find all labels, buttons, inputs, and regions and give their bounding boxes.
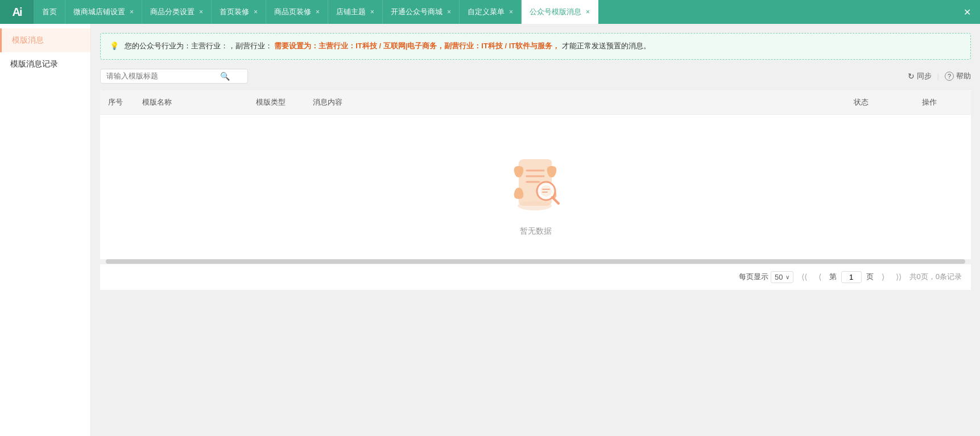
search-input[interactable] — [106, 72, 220, 80]
notice-highlight: 需要设置为：主营行业：IT科技 / 互联网|电子商务，副营行业：IT科技 / I… — [274, 41, 560, 50]
tab-close-template-msg[interactable]: × — [586, 8, 590, 16]
tab-label: 微商城店铺设置 — [73, 7, 125, 17]
col-name: 模版名称 — [134, 90, 248, 115]
tab-close-product-decoration[interactable]: × — [316, 8, 320, 16]
notice-icon: 💡 — [110, 41, 119, 50]
table-body: 暂无数据 — [100, 114, 971, 259]
toolbar-divider: | — [937, 72, 939, 80]
tab-custom-menu[interactable]: 自定义菜单 × — [460, 0, 522, 24]
tab-close-home-decoration[interactable]: × — [254, 8, 258, 16]
table-header-row: 序号 模版名称 模版类型 消息内容 状态 操作 — [100, 90, 971, 115]
pagination-bar: 每页显示 50 ∨ ⟨⟨ ⟨ 第 页 ⟩ ⟩⟩ 共0页，0条记录 — [100, 264, 971, 290]
tab-home-decoration[interactable]: 首页装修 × — [212, 0, 266, 24]
search-bar: 🔍 ↻ 同步 | ? 帮助 — [100, 69, 971, 84]
help-icon: ? — [945, 72, 954, 81]
tab-label: 商品分类设置 — [150, 7, 195, 17]
page-number-input[interactable] — [841, 271, 862, 283]
col-action: 操作 — [914, 90, 971, 115]
tab-label: 首页装修 — [220, 7, 249, 17]
tab-product-decoration[interactable]: 商品页装修 × — [266, 0, 328, 24]
col-status: 状态 — [846, 90, 914, 115]
next-page-button[interactable]: ⟩ — [878, 271, 888, 283]
sidebar-item-label: 模版消息记录 — [10, 59, 58, 68]
tab-close-store-theme[interactable]: × — [370, 8, 374, 16]
logo-tab: Ai — [0, 0, 34, 24]
main-layout: 模版消息 模版消息记录 💡 您的公众号行业为：主营行业：，副营行业： 需要设置为… — [0, 24, 980, 436]
global-close-button[interactable]: ✕ — [954, 7, 980, 18]
page-size-label: 每页显示 — [739, 272, 768, 282]
notice-box: 💡 您的公众号行业为：主营行业：，副营行业： 需要设置为：主营行业：IT科技 /… — [100, 33, 971, 60]
sync-button[interactable]: ↻ 同步 — [908, 71, 932, 81]
tab-open-mall[interactable]: 开通公众号商城 × — [383, 0, 460, 24]
tab-label: 公众号模版消息 — [530, 7, 581, 17]
tab-close-custom-menu[interactable]: × — [509, 8, 513, 16]
empty-illustration — [502, 149, 570, 217]
first-page-button[interactable]: ⟨⟨ — [798, 271, 811, 283]
search-icon[interactable]: 🔍 — [220, 72, 230, 81]
svg-line-6 — [552, 197, 559, 204]
page-size-box[interactable]: 50 ∨ — [771, 271, 793, 283]
prev-page-button[interactable]: ⟨ — [815, 271, 825, 283]
tab-close-open-mall[interactable]: × — [447, 8, 451, 16]
tab-label: 开通公众号商城 — [391, 7, 443, 17]
empty-text: 暂无数据 — [520, 226, 552, 236]
content-area: 💡 您的公众号行业为：主营行业：，副营行业： 需要设置为：主营行业：IT科技 /… — [91, 24, 980, 436]
notice-prefix: 您的公众号行业为：主营行业：，副营行业： — [125, 41, 272, 50]
tab-close-weshop[interactable]: × — [130, 8, 134, 16]
scrollbar-thumb[interactable] — [106, 259, 965, 264]
help-label: 帮助 — [956, 71, 971, 81]
page-label-pre: 第 — [829, 272, 837, 282]
horizontal-scrollbar[interactable] — [100, 259, 971, 264]
empty-state-row: 暂无数据 — [100, 114, 971, 259]
close-icon: ✕ — [964, 7, 971, 17]
sync-icon: ↻ — [908, 72, 915, 81]
tab-label: 店铺主题 — [336, 7, 366, 17]
table-wrap: 序号 模版名称 模版类型 消息内容 状态 操作 — [100, 90, 971, 290]
sidebar: 模版消息 模版消息记录 — [0, 24, 91, 436]
tab-store-theme[interactable]: 店铺主题 × — [328, 0, 383, 24]
col-index: 序号 — [100, 90, 134, 115]
tab-label: 首页 — [42, 7, 57, 17]
tab-weshop-settings[interactable]: 微商城店铺设置 × — [65, 0, 142, 24]
sidebar-item-template-msg[interactable]: 模版消息 — [0, 28, 90, 52]
notice-suffix: 才能正常发送预置的消息。 — [562, 41, 651, 50]
sidebar-item-template-msg-record[interactable]: 模版消息记录 — [0, 52, 90, 76]
help-button[interactable]: ? 帮助 — [945, 71, 971, 81]
svg-point-5 — [540, 185, 552, 197]
last-page-button[interactable]: ⟩⟩ — [892, 271, 905, 283]
logo-text: Ai — [13, 6, 22, 19]
toolbar-right: ↻ 同步 | ? 帮助 — [908, 71, 971, 81]
sync-label: 同步 — [917, 71, 932, 81]
total-info: 共0页，0条记录 — [909, 272, 962, 282]
tab-label: 自定义菜单 — [468, 7, 505, 17]
tab-close-product-category[interactable]: × — [199, 8, 203, 16]
col-content: 消息内容 — [305, 90, 846, 115]
empty-state: 暂无数据 — [100, 115, 971, 259]
page-size-value: 50 — [775, 273, 783, 281]
chevron-down-icon: ∨ — [785, 274, 789, 280]
data-table: 序号 模版名称 模版类型 消息内容 状态 操作 — [100, 90, 971, 259]
page-size-selector: 每页显示 50 ∨ — [739, 271, 793, 283]
page-label-post: 页 — [866, 272, 874, 282]
sidebar-item-label: 模版消息 — [12, 35, 44, 44]
tab-bar: Ai 首页 微商城店铺设置 × 商品分类设置 × 首页装修 × 商品页装修 × … — [0, 0, 980, 24]
tab-product-category[interactable]: 商品分类设置 × — [142, 0, 212, 24]
col-type: 模版类型 — [248, 90, 305, 115]
tab-template-msg[interactable]: 公众号模版消息 × — [522, 0, 598, 24]
tab-label: 商品页装修 — [274, 7, 311, 17]
search-input-wrap: 🔍 — [100, 69, 248, 84]
tab-home[interactable]: 首页 — [34, 0, 65, 24]
